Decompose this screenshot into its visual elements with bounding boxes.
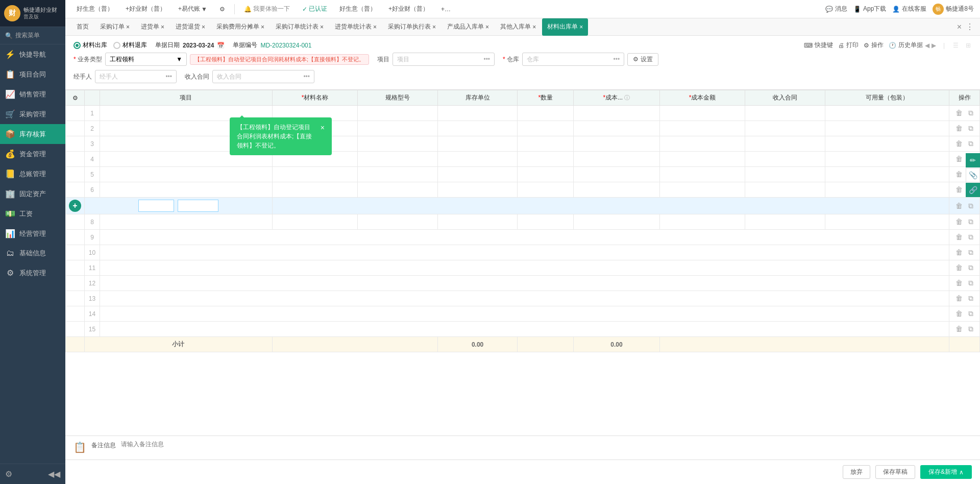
row-1-qty[interactable] bbox=[518, 106, 574, 121]
topbar-good-wealth[interactable]: +好业财（普） bbox=[120, 1, 171, 18]
online-support-button[interactable]: 👤 在线客服 bbox=[892, 5, 926, 13]
copy-row-icon[interactable]: ⧉ bbox=[966, 247, 975, 257]
tab-close-icon[interactable]: × bbox=[373, 23, 377, 31]
delete-row-icon[interactable]: 🗑 bbox=[953, 262, 965, 273]
topbar-easy-agent[interactable]: +易代账 ▼ bbox=[173, 1, 212, 18]
quick-key-button[interactable]: ⌨ 快捷键 bbox=[804, 41, 833, 50]
sidebar-item-salary[interactable]: 💵 工资 bbox=[0, 204, 65, 224]
row-6-material[interactable] bbox=[272, 182, 358, 198]
row-3-qty[interactable] bbox=[518, 136, 574, 152]
tab-menu-icon[interactable]: ⋮ bbox=[966, 22, 974, 32]
tab-purchase-stats[interactable]: 采购订单统计表× bbox=[271, 18, 329, 36]
search-menu-button[interactable]: 🔍 搜索菜单 bbox=[0, 27, 65, 44]
row-6-cost-amount[interactable] bbox=[659, 182, 745, 198]
print-button[interactable]: 🖨 打印 bbox=[838, 41, 859, 50]
row-3-spec[interactable] bbox=[358, 136, 437, 152]
tab-close-icon[interactable]: × bbox=[320, 23, 324, 31]
delete-row-icon[interactable]: 🗑 bbox=[953, 201, 965, 211]
copy-row-icon[interactable]: ⧉ bbox=[966, 108, 975, 118]
settings-button[interactable]: ⚙ 设置 bbox=[627, 53, 658, 66]
app-download-button[interactable]: 📱 App下载 bbox=[853, 5, 886, 13]
row-4-income-contract[interactable] bbox=[745, 152, 825, 167]
row-4-cost[interactable] bbox=[574, 152, 660, 167]
message-button[interactable]: 💬 消息 bbox=[825, 5, 847, 13]
row-5-cost[interactable] bbox=[574, 167, 660, 182]
view-grid-icon[interactable]: ⊞ bbox=[966, 42, 971, 49]
delete-row-icon[interactable]: 🗑 bbox=[953, 169, 965, 179]
nav-next-icon[interactable]: ▶ bbox=[932, 42, 936, 49]
tab-product-in[interactable]: 产成品入库单× bbox=[442, 18, 494, 36]
copy-row-icon[interactable]: ⧉ bbox=[966, 138, 975, 149]
sidebar-item-system[interactable]: ⚙ 系统管理 bbox=[0, 263, 65, 283]
copy-row-icon[interactable]: ⧉ bbox=[966, 293, 975, 303]
row-8-qty[interactable] bbox=[518, 214, 574, 230]
tab-incoming-stats[interactable]: 进货单统计表× bbox=[330, 18, 382, 36]
row-6-income-contract[interactable] bbox=[745, 182, 825, 198]
row-8-income-contract[interactable] bbox=[745, 214, 825, 230]
row-1-cost-amount[interactable] bbox=[659, 106, 745, 121]
row-6-spec[interactable] bbox=[358, 182, 437, 198]
copy-row-icon[interactable]: ⧉ bbox=[966, 278, 975, 288]
delete-row-icon[interactable]: 🗑 bbox=[953, 247, 965, 257]
sidebar-item-basic[interactable]: 🗂 基础信息 bbox=[0, 244, 65, 263]
row-8-cost-amount[interactable] bbox=[659, 214, 745, 230]
project-dots-icon[interactable]: ••• bbox=[483, 56, 490, 63]
tab-home[interactable]: 首页 bbox=[71, 18, 94, 36]
save-new-button[interactable]: 保存&新增 ∧ bbox=[920, 465, 972, 479]
sidebar-item-finance[interactable]: 💰 资金管理 bbox=[0, 144, 65, 164]
delete-row-icon[interactable]: 🗑 bbox=[953, 278, 965, 288]
row-1-income-contract[interactable] bbox=[745, 106, 825, 121]
row-7-add-btn[interactable]: + bbox=[66, 198, 85, 214]
row-5-spec[interactable] bbox=[358, 167, 437, 182]
discard-button[interactable]: 放弃 bbox=[843, 465, 870, 479]
copy-row-icon[interactable]: ⧉ bbox=[966, 232, 975, 242]
row-5-material[interactable] bbox=[272, 167, 358, 182]
tab-close-icon[interactable]: × bbox=[202, 23, 205, 31]
topbar-gear[interactable]: ⚙ bbox=[214, 1, 230, 18]
topbar-good-biz2[interactable]: 好生意（普） bbox=[334, 1, 381, 18]
tab-close-icon[interactable]: × bbox=[485, 23, 489, 31]
row-4-qty[interactable] bbox=[518, 152, 574, 167]
topbar-good-biz[interactable]: 好生意（普） bbox=[71, 1, 118, 18]
delete-row-icon[interactable]: 🗑 bbox=[953, 324, 965, 334]
income-contract-select[interactable]: 收入合同 ••• bbox=[212, 70, 314, 83]
row-6-project[interactable] bbox=[100, 182, 273, 198]
tab-material-out[interactable]: 材料出库单× bbox=[542, 18, 588, 36]
sidebar-item-operations[interactable]: 📊 经营管理 bbox=[0, 224, 65, 244]
copy-row-icon[interactable]: ⧉ bbox=[966, 324, 975, 334]
save-draft-button[interactable]: 保存草稿 bbox=[875, 465, 915, 479]
delete-row-icon[interactable]: 🗑 bbox=[953, 108, 965, 118]
row-2-cost[interactable] bbox=[574, 121, 660, 136]
delete-row-icon[interactable]: 🗑 bbox=[953, 293, 965, 303]
biz-type-select[interactable]: 工程领料 ▼ bbox=[105, 53, 187, 66]
settings-bottom-icon[interactable]: ⚙ bbox=[5, 469, 12, 479]
sidebar-item-inventory[interactable]: 📦 库存核算 bbox=[0, 124, 65, 144]
tab-close-icon[interactable]: × bbox=[161, 23, 164, 31]
row-6-qty[interactable] bbox=[518, 182, 574, 198]
user-button[interactable]: 畅 畅捷通8号 bbox=[933, 4, 974, 15]
row-8-cost[interactable] bbox=[574, 214, 660, 230]
row-3-income-contract[interactable] bbox=[745, 136, 825, 152]
calendar-icon[interactable]: 📅 bbox=[217, 42, 225, 49]
copy-row-icon[interactable]: ⧉ bbox=[966, 216, 975, 227]
view-list-icon[interactable]: ☰ bbox=[953, 42, 959, 49]
tab-close-icon[interactable]: × bbox=[261, 23, 264, 31]
sidebar-quick-nav[interactable]: ⚡ 快捷导航 bbox=[0, 44, 65, 64]
tab-purchase-exec[interactable]: 采购订单执行表× bbox=[383, 18, 441, 36]
row-2-qty[interactable] bbox=[518, 121, 574, 136]
operate-button[interactable]: ⚙ 操作 bbox=[864, 41, 884, 50]
copy-row-icon[interactable]: ⧉ bbox=[966, 123, 975, 133]
tab-other-in[interactable]: 其他入库单× bbox=[495, 18, 541, 36]
handler-dots-icon[interactable]: ••• bbox=[165, 73, 172, 80]
warehouse-select[interactable]: 仓库 ••• bbox=[522, 53, 624, 66]
tab-incoming-goods[interactable]: 进货单× bbox=[136, 18, 169, 36]
topbar-more[interactable]: +… bbox=[436, 1, 456, 18]
row-8-material[interactable] bbox=[272, 214, 358, 230]
delete-row-icon[interactable]: 🗑 bbox=[953, 184, 965, 195]
topbar-good-wealth2[interactable]: +好业财（普） bbox=[383, 1, 434, 18]
sidebar-item-ledger[interactable]: 📒 总账管理 bbox=[0, 164, 65, 184]
row-1-cost[interactable] bbox=[574, 106, 660, 121]
row-8-spec[interactable] bbox=[358, 214, 437, 230]
sidebar-item-sales[interactable]: 📈 销售管理 bbox=[0, 84, 65, 104]
delete-row-icon[interactable]: 🗑 bbox=[953, 308, 965, 319]
